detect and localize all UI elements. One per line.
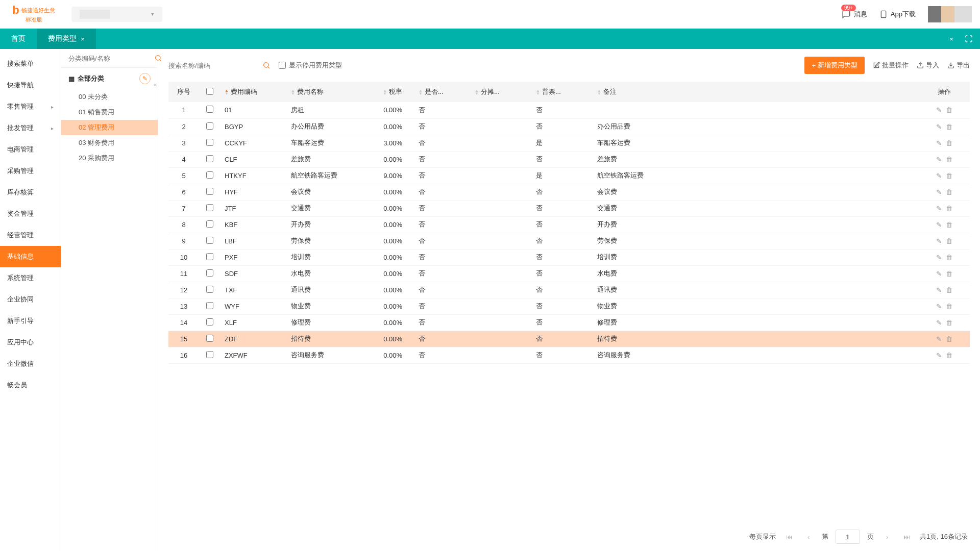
sidebar-item-11[interactable]: 企业协同 xyxy=(0,289,61,310)
add-expense-type-button[interactable]: + 新增费用类型 xyxy=(804,57,865,74)
sidebar-item-1[interactable]: 快捷导航 xyxy=(0,74,61,96)
edit-row-icon[interactable]: ✎ xyxy=(936,205,942,212)
export-button[interactable]: 导出 xyxy=(947,61,970,70)
sidebar-item-4[interactable]: 电商管理 xyxy=(0,139,61,160)
sidebar-item-3[interactable]: 批发管理▸ xyxy=(0,117,61,139)
delete-row-icon[interactable]: 🗑 xyxy=(946,270,952,278)
show-disabled-checkbox[interactable]: 显示停用费用类型 xyxy=(279,61,342,70)
delete-row-icon[interactable]: 🗑 xyxy=(946,106,952,114)
edit-row-icon[interactable]: ✎ xyxy=(936,352,942,359)
edit-row-icon[interactable]: ✎ xyxy=(936,270,942,278)
row-checkbox[interactable] xyxy=(206,106,213,113)
delete-row-icon[interactable]: 🗑 xyxy=(946,254,952,261)
edit-row-icon[interactable]: ✎ xyxy=(936,123,942,131)
search-icon[interactable] xyxy=(262,61,271,69)
table-row[interactable]: 2BGYP办公用品费0.00%否否办公用品费✎🗑 xyxy=(168,118,970,135)
table-row[interactable]: 8KBF开办费0.00%否否开办费✎🗑 xyxy=(168,216,970,233)
tab-expense-type[interactable]: 费用类型 × xyxy=(37,29,96,49)
table-row[interactable]: 11SDF水电费0.00%否否水电费✎🗑 xyxy=(168,265,970,282)
table-row[interactable]: 16ZXFWF咨询服务费0.00%否否咨询服务费✎🗑 xyxy=(168,347,970,363)
company-selector[interactable]: ▾ xyxy=(71,7,162,22)
row-checkbox[interactable] xyxy=(206,139,213,146)
col-remark[interactable]: ▲▼备注 xyxy=(593,82,919,102)
edit-row-icon[interactable]: ✎ xyxy=(936,172,942,180)
sidebar-item-9[interactable]: 基础信息 xyxy=(0,246,61,267)
row-checkbox[interactable] xyxy=(206,204,213,211)
row-checkbox[interactable] xyxy=(206,122,213,130)
delete-row-icon[interactable]: 🗑 xyxy=(946,205,952,212)
row-checkbox[interactable] xyxy=(206,351,213,358)
sidebar-item-6[interactable]: 库存核算 xyxy=(0,182,61,203)
edit-row-icon[interactable]: ✎ xyxy=(936,286,942,294)
close-all-tabs-button[interactable]: × xyxy=(943,29,960,49)
delete-row-icon[interactable]: 🗑 xyxy=(946,303,952,310)
delete-row-icon[interactable]: 🗑 xyxy=(946,139,952,147)
app-download-button[interactable]: App下载 xyxy=(879,10,916,19)
last-page-icon[interactable]: ⏭ xyxy=(900,531,913,543)
logo[interactable]: b 畅捷通好生意 标准版 xyxy=(8,5,59,23)
delete-row-icon[interactable]: 🗑 xyxy=(946,319,952,327)
edit-row-icon[interactable]: ✎ xyxy=(936,139,942,147)
page-number-input[interactable] xyxy=(836,530,860,544)
col-select-all[interactable] xyxy=(199,82,220,102)
sidebar-item-5[interactable]: 采购管理 xyxy=(0,160,61,182)
prev-page-icon[interactable]: ‹ xyxy=(802,531,815,543)
row-checkbox[interactable] xyxy=(206,269,213,277)
edit-row-icon[interactable]: ✎ xyxy=(936,106,942,114)
table-row[interactable]: 14XLF修理费0.00%否否修理费✎🗑 xyxy=(168,314,970,331)
table-row[interactable]: 10PXF培训费0.00%否否培训费✎🗑 xyxy=(168,249,970,265)
select-all-checkbox[interactable] xyxy=(206,88,213,95)
table-row[interactable]: 3CCKYF车船客运费3.00%否是车船客运费✎🗑 xyxy=(168,135,970,151)
delete-row-icon[interactable]: 🗑 xyxy=(946,188,952,196)
bulk-actions-button[interactable]: 批量操作 xyxy=(873,61,909,70)
delete-row-icon[interactable]: 🗑 xyxy=(946,352,952,359)
messages-button[interactable]: 99+ 消息 xyxy=(842,10,867,19)
import-button[interactable]: 导入 xyxy=(917,61,939,70)
table-row[interactable]: 15ZDF招待费0.00%否否招待费✎🗑 xyxy=(168,331,970,347)
sidebar-item-8[interactable]: 经营管理 xyxy=(0,224,61,246)
table-row[interactable]: 101房租0.00%否否✎🗑 xyxy=(168,102,970,118)
delete-row-icon[interactable]: 🗑 xyxy=(946,237,952,245)
edit-row-icon[interactable]: ✎ xyxy=(936,188,942,196)
col-yn2[interactable]: ▲▼分摊... xyxy=(471,82,532,102)
row-checkbox[interactable] xyxy=(206,318,213,325)
row-checkbox[interactable] xyxy=(206,237,213,244)
row-checkbox[interactable] xyxy=(206,220,213,228)
first-page-icon[interactable]: ⏮ xyxy=(783,531,795,543)
category-item-2[interactable]: 02 管理费用 xyxy=(61,120,158,135)
edit-row-icon[interactable]: ✎ xyxy=(936,237,942,245)
sidebar-item-0[interactable]: 搜索菜单 xyxy=(0,53,61,74)
edit-row-icon[interactable]: ✎ xyxy=(936,319,942,327)
table-row[interactable]: 7JTF交通费0.00%否否交通费✎🗑 xyxy=(168,200,970,216)
search-icon[interactable] xyxy=(154,54,162,62)
table-row[interactable]: 6HYF会议费0.00%否否会议费✎🗑 xyxy=(168,184,970,200)
category-item-4[interactable]: 20 采购费用 xyxy=(61,151,158,166)
col-yn1[interactable]: ▲▼是否... xyxy=(414,82,471,102)
table-row[interactable]: 4CLF差旅费0.00%否否差旅费✎🗑 xyxy=(168,151,970,167)
edit-category-icon[interactable]: ✎ xyxy=(139,73,151,84)
search-input[interactable] xyxy=(168,62,262,69)
delete-row-icon[interactable]: 🗑 xyxy=(946,123,952,131)
next-page-icon[interactable]: › xyxy=(881,531,893,543)
sidebar-item-2[interactable]: 零售管理▸ xyxy=(0,96,61,117)
avatar[interactable] xyxy=(928,6,972,22)
show-disabled-checkbox-input[interactable] xyxy=(279,62,286,69)
collapse-panel-icon[interactable]: « xyxy=(152,78,159,92)
col-name[interactable]: ▲▼费用名称 xyxy=(287,82,369,102)
delete-row-icon[interactable]: 🗑 xyxy=(946,172,952,180)
table-row[interactable]: 12TXF通讯费0.00%否否通讯费✎🗑 xyxy=(168,282,970,298)
col-yn3[interactable]: ▲▼普票... xyxy=(532,82,593,102)
row-checkbox[interactable] xyxy=(206,253,213,260)
tab-close-icon[interactable]: × xyxy=(81,35,85,43)
category-search-input[interactable] xyxy=(68,55,154,62)
delete-row-icon[interactable]: 🗑 xyxy=(946,286,952,294)
sidebar-item-14[interactable]: 企业微信 xyxy=(0,353,61,374)
row-checkbox[interactable] xyxy=(206,171,213,179)
row-checkbox[interactable] xyxy=(206,188,213,195)
col-code[interactable]: ▲▼费用编码 xyxy=(220,82,287,102)
table-row[interactable]: 9LBF劳保费0.00%否否劳保费✎🗑 xyxy=(168,233,970,249)
row-checkbox[interactable] xyxy=(206,155,213,162)
delete-row-icon[interactable]: 🗑 xyxy=(946,221,952,229)
edit-row-icon[interactable]: ✎ xyxy=(936,221,942,229)
sidebar-item-13[interactable]: 应用中心 xyxy=(0,332,61,353)
